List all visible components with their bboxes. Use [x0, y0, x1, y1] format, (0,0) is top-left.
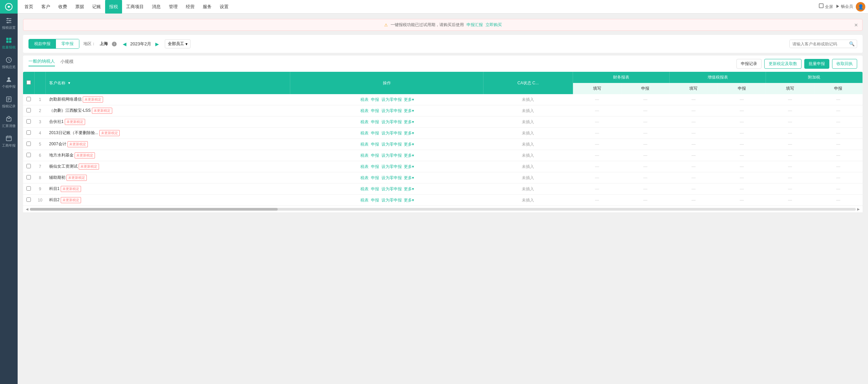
fullscreen-btn[interactable]: 全屏 [819, 3, 833, 10]
op-more-3[interactable]: 更多▾ [404, 131, 414, 135]
sidebar-item-personal-tax[interactable]: 个税申报 [0, 72, 18, 92]
select-all-checkbox[interactable] [26, 80, 31, 85]
op-taxform-0[interactable]: 税表 [360, 97, 369, 102]
op-declare-0[interactable]: 申报 [371, 97, 379, 102]
sidebar-item-tax-overview[interactable]: 报税总览 [0, 53, 18, 72]
row-checkbox-2[interactable] [26, 119, 31, 124]
op-more-4[interactable]: 更多▾ [404, 142, 414, 147]
op-more-0[interactable]: 更多▾ [404, 97, 414, 102]
sidebar-item-tax-records[interactable]: 报税记录 [0, 92, 18, 112]
scroll-left-btn[interactable]: ◀ [24, 207, 30, 211]
op-more-5[interactable]: 更多▾ [404, 153, 414, 158]
withdraw-btn[interactable]: 收取回执 [832, 59, 857, 69]
op-more-9[interactable]: 更多▾ [404, 198, 414, 202]
op-zero-2[interactable]: 设为零申报 [381, 120, 402, 124]
scroll-right-btn[interactable]: ▶ [856, 207, 861, 211]
op-more-2[interactable]: 更多▾ [404, 120, 414, 124]
sidebar-item-tax-settings[interactable]: 报税设置 [0, 14, 18, 33]
op-zero-9[interactable]: 设为零申报 [381, 198, 402, 202]
tab-zero-declare[interactable]: 零申报 [56, 39, 79, 48]
avatar[interactable]: 👤 [856, 2, 865, 12]
sidebar-item-bulk-tax[interactable]: 批量报税 [0, 33, 18, 53]
op-more-7[interactable]: 更多▾ [404, 175, 414, 180]
table-row: 7 杨仙女工资测试 未更新税定 税表 申报 设为零申报 更多▾ 未插入 — — … [23, 161, 863, 172]
op-zero-1[interactable]: 设为零申报 [381, 108, 402, 113]
row-extra-fill-1: — [766, 105, 814, 116]
row-checkbox-5[interactable] [26, 153, 31, 157]
row-checkbox-0[interactable] [26, 97, 31, 101]
declare-summary-link[interactable]: 申报汇报 [467, 22, 483, 28]
tab-small-scale[interactable]: 小规模 [60, 59, 74, 66]
bottom-scrollbar[interactable]: ◀ ▶ [23, 206, 863, 212]
op-taxform-7[interactable]: 税表 [360, 175, 369, 180]
nav-client[interactable]: 客户 [37, 0, 54, 14]
op-zero-8[interactable]: 设为零申报 [381, 187, 402, 191]
op-declare-2[interactable]: 申报 [371, 120, 379, 124]
sidebar-item-accounting[interactable]: 汇算清缴 [0, 112, 18, 131]
banner-close-btn[interactable]: ✕ [854, 22, 858, 28]
search-button[interactable]: 🔍 [847, 40, 857, 48]
op-declare-8[interactable]: 申报 [371, 187, 379, 191]
op-zero-3[interactable]: 设为零申报 [381, 131, 402, 135]
op-more-1[interactable]: 更多▾ [404, 108, 414, 113]
op-taxform-2[interactable]: 税表 [360, 120, 369, 124]
row-checkbox-9[interactable] [26, 197, 31, 202]
op-zero-5[interactable]: 设为零申报 [381, 153, 402, 158]
op-more-8[interactable]: 更多▾ [404, 187, 414, 191]
member-btn[interactable]: ▶ 畅会员 [836, 4, 853, 9]
row-checkbox-4[interactable] [26, 142, 31, 146]
staff-select[interactable]: 全部员工 ▾ [165, 39, 191, 48]
op-declare-6[interactable]: 申报 [371, 164, 379, 169]
nav-business[interactable]: 工商项目 [122, 0, 148, 14]
row-tax-declare-4: — [718, 139, 766, 150]
op-declare-1[interactable]: 申报 [371, 108, 379, 113]
op-declare-4[interactable]: 申报 [371, 142, 379, 147]
nav-bookkeeping[interactable]: 记账 [88, 0, 105, 14]
date-prev-btn[interactable]: ◀ [121, 40, 128, 48]
row-checkbox-8[interactable] [26, 186, 31, 191]
region-info-icon[interactable]: i [112, 42, 117, 46]
declare-record-btn[interactable]: 申报记录 [736, 59, 762, 69]
op-taxform-6[interactable]: 税表 [360, 164, 369, 169]
op-taxform-4[interactable]: 税表 [360, 142, 369, 147]
tab-tax-declare[interactable]: 税款申报 [29, 39, 56, 48]
bulk-declare-btn[interactable]: 批量申报 [804, 59, 829, 69]
search-input[interactable] [790, 40, 847, 48]
nav-invoice[interactable]: 票据 [71, 0, 88, 14]
op-declare-7[interactable]: 申报 [371, 175, 379, 180]
nav-message[interactable]: 消息 [148, 0, 165, 14]
op-taxform-5[interactable]: 税表 [360, 153, 369, 158]
op-declare-3[interactable]: 申报 [371, 131, 379, 135]
op-zero-0[interactable]: 设为零申报 [381, 97, 402, 102]
nav-home[interactable]: 首页 [20, 0, 37, 14]
row-checkbox-1[interactable] [26, 108, 31, 112]
op-more-6[interactable]: 更多▾ [404, 164, 414, 169]
op-taxform-1[interactable]: 税表 [360, 108, 369, 113]
op-declare-5[interactable]: 申报 [371, 153, 379, 158]
sort-icon[interactable]: ▾ [68, 81, 70, 85]
row-name-0: 勿勤新税网络通信 未更新税定 [46, 94, 290, 105]
nav-billing[interactable]: 收费 [54, 0, 71, 14]
update-params-btn[interactable]: 更新税定及取数 [764, 59, 802, 69]
sidebar-item-annual-report[interactable]: 工商年报 [0, 131, 18, 151]
row-checkbox-7[interactable] [26, 175, 31, 179]
date-next-btn[interactable]: ▶ [153, 40, 161, 48]
tab-general-taxpayer[interactable]: 一般的纳税人 [28, 58, 55, 66]
op-zero-6[interactable]: 设为零申报 [381, 164, 402, 169]
op-zero-4[interactable]: 设为零申报 [381, 142, 402, 147]
nav-service[interactable]: 服务 [199, 0, 216, 14]
row-checkbox-3[interactable] [26, 130, 31, 135]
op-taxform-3[interactable]: 税表 [360, 131, 369, 135]
nav-operations[interactable]: 经营 [182, 0, 199, 14]
op-zero-7[interactable]: 设为零申报 [381, 175, 402, 180]
scroll-track[interactable] [30, 208, 856, 211]
nav-manage[interactable]: 管理 [165, 0, 182, 14]
op-taxform-9[interactable]: 税表 [360, 198, 369, 202]
row-checkbox-6[interactable] [26, 164, 31, 168]
nav-tax[interactable]: 报税 [105, 0, 122, 14]
op-declare-9[interactable]: 申报 [371, 198, 379, 202]
op-taxform-8[interactable]: 税表 [360, 187, 369, 191]
buy-now-link[interactable]: 立即购买 [486, 22, 502, 28]
nav-settings[interactable]: 设置 [216, 0, 233, 14]
sidebar-logo[interactable] [0, 0, 18, 14]
